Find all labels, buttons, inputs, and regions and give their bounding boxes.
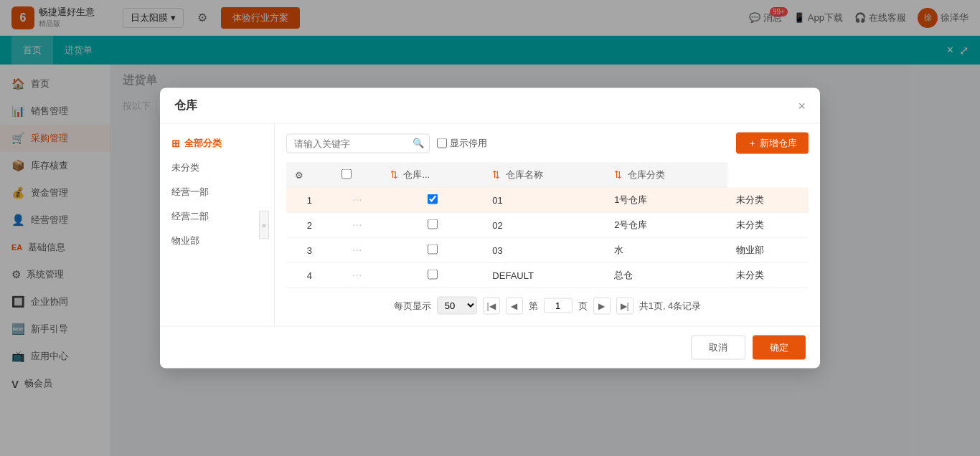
row-category-cell: 未分类 bbox=[727, 187, 809, 212]
modal-body: ⊞ 全部分类 未分类 经营一部 经营二部 物业部 « bbox=[160, 124, 820, 326]
show-disabled-checkbox[interactable] bbox=[437, 138, 447, 148]
row-num-cell: 2 bbox=[286, 212, 333, 237]
table-row[interactable]: 3···03水物业部 bbox=[286, 237, 809, 262]
header-row: ⚙ ⇅ 仓库... ⇅ 仓库名称 bbox=[286, 163, 809, 188]
warehouse-table: ⚙ ⇅ 仓库... ⇅ 仓库名称 bbox=[286, 163, 809, 288]
th-code: ⇅ 仓库... bbox=[382, 163, 484, 188]
current-page-input[interactable] bbox=[544, 298, 573, 313]
more-options-icon[interactable]: ··· bbox=[352, 269, 362, 281]
settings-header-icon: ⚙ bbox=[295, 169, 303, 180]
search-bar: 🔍 显示停用 ＋ 新增仓库 bbox=[286, 133, 809, 154]
search-icon[interactable]: 🔍 bbox=[413, 138, 424, 148]
table-row[interactable]: 2···022号仓库未分类 bbox=[286, 212, 809, 237]
per-page-select[interactable]: 50 20 100 bbox=[437, 297, 477, 315]
modal-title: 仓库 bbox=[174, 98, 197, 113]
search-input[interactable] bbox=[286, 133, 430, 153]
confirm-btn[interactable]: 确定 bbox=[753, 336, 806, 360]
per-page-label: 每页显示 bbox=[394, 299, 431, 312]
row-checkbox[interactable] bbox=[428, 244, 438, 254]
table-row[interactable]: 1···011号仓库未分类 bbox=[286, 187, 809, 212]
first-page-btn[interactable]: |◀ bbox=[483, 297, 500, 314]
category-all-label: 全部分类 bbox=[184, 137, 222, 150]
row-category-cell: 物业部 bbox=[727, 237, 809, 262]
row-checkbox-cell bbox=[382, 262, 484, 288]
add-warehouse-btn[interactable]: ＋ 新增仓库 bbox=[736, 133, 809, 154]
row-num-cell: 4 bbox=[286, 262, 333, 288]
row-category-cell: 未分类 bbox=[727, 212, 809, 237]
page-suffix: 页 bbox=[578, 299, 588, 312]
select-all-checkbox[interactable] bbox=[341, 168, 352, 179]
row-settings-cell: ··· bbox=[333, 262, 382, 288]
row-name-cell: 水 bbox=[606, 237, 727, 262]
th-checkbox bbox=[333, 163, 382, 188]
row-code-cell: 03 bbox=[484, 237, 606, 262]
row-code-cell: 01 bbox=[484, 187, 606, 212]
row-settings-cell: ··· bbox=[333, 187, 382, 212]
warehouse-table-body: 1···011号仓库未分类2···022号仓库未分类3···03水物业部4···… bbox=[286, 187, 809, 288]
row-checkbox-cell bbox=[382, 187, 484, 212]
row-code-cell: DEFAULT bbox=[484, 262, 606, 288]
sort-icon-category: ⇅ bbox=[614, 169, 622, 180]
row-checkbox[interactable] bbox=[428, 269, 438, 279]
show-disabled-label[interactable]: 显示停用 bbox=[437, 137, 487, 150]
search-input-wrap: 🔍 bbox=[286, 133, 430, 153]
th-category: ⇅ 仓库分类 bbox=[606, 163, 727, 188]
row-name-cell: 总仓 bbox=[606, 262, 727, 288]
row-name-cell: 1号仓库 bbox=[606, 187, 727, 212]
row-name-cell: 2号仓库 bbox=[606, 212, 727, 237]
row-code-cell: 02 bbox=[484, 212, 606, 237]
pagination: 每页显示 50 20 100 |◀ ◀ 第 页 ▶ ▶| 共1页, 4条记录 bbox=[286, 288, 809, 318]
row-settings-cell: ··· bbox=[333, 212, 382, 237]
grid-icon: ⊞ bbox=[171, 138, 180, 149]
row-num-cell: 3 bbox=[286, 237, 333, 262]
table-row[interactable]: 4···DEFAULT总仓未分类 bbox=[286, 262, 809, 288]
total-info: 共1页, 4条记录 bbox=[639, 299, 702, 312]
more-options-icon[interactable]: ··· bbox=[352, 219, 362, 231]
sort-icon-name: ⇅ bbox=[492, 169, 500, 180]
row-category-cell: 未分类 bbox=[727, 262, 809, 288]
sort-icon-code: ⇅ bbox=[390, 169, 398, 180]
category-item-uncategorized[interactable]: 未分类 bbox=[160, 156, 274, 180]
row-checkbox-cell bbox=[382, 237, 484, 262]
next-page-btn[interactable]: ▶ bbox=[593, 297, 611, 314]
row-checkbox[interactable] bbox=[428, 219, 438, 229]
modal-footer: 取消 确定 bbox=[160, 326, 820, 369]
th-settings: ⚙ bbox=[286, 163, 333, 188]
collapse-panel-btn[interactable]: « bbox=[259, 211, 269, 239]
warehouse-modal: 仓库 × ⊞ 全部分类 未分类 经营一部 经营二部 物业部 « bbox=[160, 88, 820, 369]
row-checkbox-cell bbox=[382, 212, 484, 237]
more-options-icon[interactable]: ··· bbox=[352, 194, 362, 206]
page-label: 第 bbox=[529, 299, 538, 312]
prev-page-btn[interactable]: ◀ bbox=[506, 297, 523, 314]
th-name: ⇅ 仓库名称 bbox=[484, 163, 606, 188]
modal-header: 仓库 × bbox=[160, 88, 820, 124]
more-options-icon[interactable]: ··· bbox=[352, 244, 362, 256]
row-settings-cell: ··· bbox=[333, 237, 382, 262]
category-panel: ⊞ 全部分类 未分类 经营一部 经营二部 物业部 « bbox=[160, 124, 275, 326]
category-header[interactable]: ⊞ 全部分类 bbox=[160, 131, 274, 156]
cancel-btn[interactable]: 取消 bbox=[691, 336, 745, 360]
modal-close-btn[interactable]: × bbox=[798, 99, 806, 112]
table-panel: 🔍 显示停用 ＋ 新增仓库 ⚙ bbox=[275, 124, 820, 326]
last-page-btn[interactable]: ▶| bbox=[616, 297, 633, 314]
row-num-cell: 1 bbox=[286, 187, 333, 212]
category-item-dept2[interactable]: 经营二部 bbox=[160, 204, 274, 229]
category-item-dept1[interactable]: 经营一部 bbox=[160, 180, 274, 204]
collapse-icon: « bbox=[262, 221, 266, 229]
row-checkbox[interactable] bbox=[428, 194, 438, 204]
table-header: ⚙ ⇅ 仓库... ⇅ 仓库名称 bbox=[286, 163, 809, 188]
category-item-property[interactable]: 物业部 bbox=[160, 229, 274, 253]
